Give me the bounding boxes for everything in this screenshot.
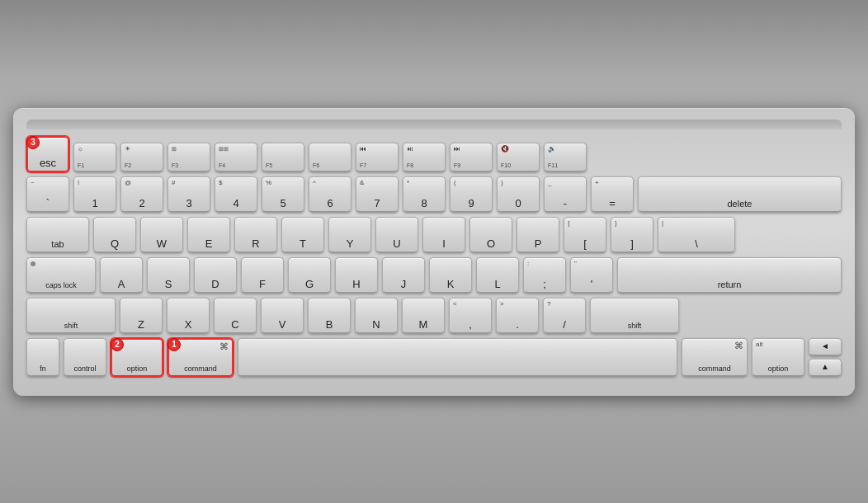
q-key[interactable]: Q [93,217,136,253]
a-key[interactable]: A [100,257,143,294]
arrow-left-key[interactable]: ◄ [809,338,842,356]
7-key[interactable]: & 7 [356,176,399,213]
spacebar-key[interactable] [238,338,677,377]
e-key[interactable]: E [187,217,230,253]
bracket-close-key[interactable]: } ] [611,217,653,253]
r-key[interactable]: R [234,217,277,253]
x-key[interactable]: X [167,298,210,334]
f2-key[interactable]: ☀ F2 [120,143,163,172]
esc-label: esc [32,157,64,168]
f7-key[interactable]: ⏮ F7 [356,143,399,172]
arrow-cluster: ◄ ▲ [809,338,842,377]
1-key[interactable]: ! 1 [73,176,116,213]
arrow-up-key[interactable]: ▲ [809,359,842,377]
f11-key[interactable]: 🔉 F11 [544,143,587,172]
keyboard-container: 3 esc ☼ F1 ☀ F2 ⊞ F3 ⊞⊞ F4 [0,0,868,503]
period-key[interactable]: > . [496,298,539,334]
bracket-open-key[interactable]: { [ [564,217,606,253]
esc-badge: 3 [26,136,40,149]
arrow-down-row: ▲ [809,359,842,377]
y-key[interactable]: Y [328,217,371,253]
l-key[interactable]: L [476,257,519,294]
t-key[interactable]: T [281,217,324,253]
option-right-key[interactable]: alt option [752,338,804,377]
n-key[interactable]: N [355,298,398,334]
m-key[interactable]: M [402,298,445,334]
quote-key[interactable]: " ' [570,257,613,294]
6-key[interactable]: ^ 6 [309,176,351,213]
o-key[interactable]: O [469,217,512,253]
f6-key[interactable]: F6 [309,143,351,172]
shift-left-key[interactable]: shift [26,298,116,334]
0-key[interactable]: ) 0 [497,176,540,213]
control-key[interactable]: control [64,338,106,377]
j-key[interactable]: J [382,257,425,294]
tab-key[interactable]: tab [26,217,89,253]
bottom-row: fn control 2 alt option 1 ⌘ command [26,338,842,377]
5-key[interactable]: % 5 [262,176,304,213]
p-key[interactable]: P [517,217,559,253]
2-key[interactable]: @ 2 [120,176,163,213]
h-key[interactable]: H [335,257,378,294]
qwerty-row: tab Q W E R T Y U I O P { [ } ] | \ [26,217,842,253]
g-key[interactable]: G [288,257,331,294]
3-key[interactable]: # 3 [167,176,210,213]
shift-right-key[interactable]: shift [590,298,679,334]
command-left-key[interactable]: 1 ⌘ command [167,338,234,377]
c-key[interactable]: C [214,298,257,334]
f5-key[interactable]: F5 [262,143,304,172]
fn-key[interactable]: fn [26,338,59,377]
v-key[interactable]: V [261,298,304,334]
f4-key[interactable]: ⊞⊞ F4 [215,143,257,172]
d-key[interactable]: D [194,257,237,294]
f10-key[interactable]: 🔇 F10 [497,143,540,172]
f1-key[interactable]: ☼ F1 [73,143,116,172]
delete-key[interactable]: delete [638,176,842,213]
equals-key[interactable]: + = [591,176,634,213]
s-key[interactable]: S [147,257,190,294]
z-key[interactable]: Z [120,298,163,334]
i-key[interactable]: I [422,217,465,253]
option-left-key[interactable]: 2 alt option [111,338,163,377]
zxcv-row: shift Z X C V B N M < , > . ? / shift [26,298,842,334]
minus-key[interactable]: _ - [544,176,587,213]
u-key[interactable]: U [375,217,418,253]
f9-key[interactable]: ⏭ F9 [450,143,493,172]
keyboard-body: 3 esc ☼ F1 ☀ F2 ⊞ F3 ⊞⊞ F4 [13,108,855,396]
w-key[interactable]: W [140,217,183,253]
semicolon-key[interactable]: : ; [523,257,566,294]
f-key[interactable]: F [241,257,284,294]
caps-lock-key[interactable]: caps lock [26,257,96,294]
b-key[interactable]: B [308,298,351,334]
return-key[interactable]: return [617,257,842,294]
asdf-row: caps lock A S D F G H J K L : ; " ' retu… [26,257,842,294]
4-key[interactable]: $ 4 [215,176,257,213]
backslash-key[interactable]: | \ [658,217,735,253]
command-badge: 1 [167,338,181,351]
option-badge: 2 [111,338,124,351]
8-key[interactable]: * 8 [403,176,446,213]
fn-row: 3 esc ☼ F1 ☀ F2 ⊞ F3 ⊞⊞ F4 [26,136,842,172]
command-right-key[interactable]: ⌘ command [682,338,748,377]
esc-key[interactable]: 3 esc [26,136,69,172]
f8-key[interactable]: ⏯ F8 [403,143,446,172]
9-key[interactable]: ( 9 [450,176,493,213]
tilde-key[interactable]: ~ ` [26,176,69,213]
slash-key[interactable]: ? / [543,298,586,334]
f3-key[interactable]: ⊞ F3 [167,143,210,172]
number-row: ~ ` ! 1 @ 2 # 3 $ 4 % 5 [26,176,842,213]
k-key[interactable]: K [429,257,472,294]
comma-key[interactable]: < , [449,298,492,334]
